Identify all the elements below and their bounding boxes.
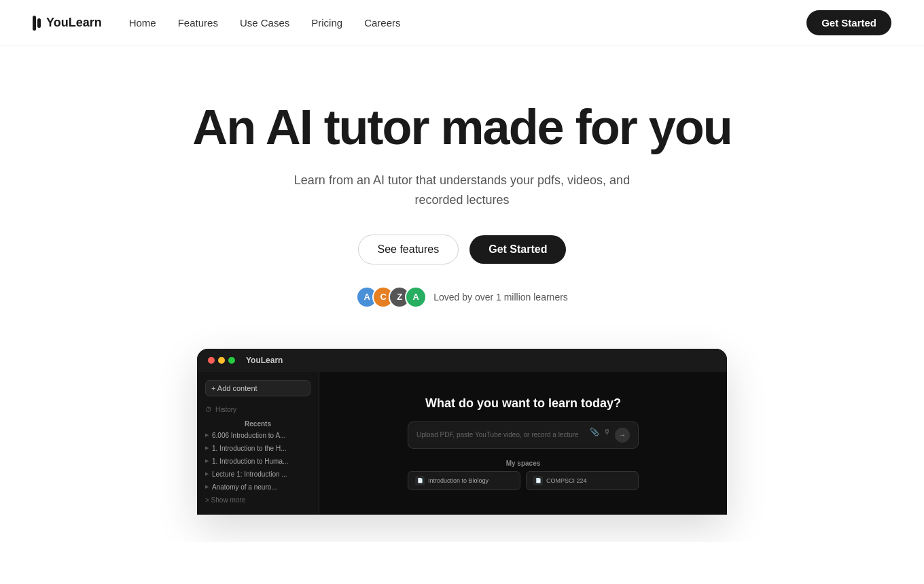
app-spaces-section: My spaces 📄 Introduction to Biology 📄 CO… bbox=[408, 460, 639, 490]
nav-careers[interactable]: Careers bbox=[364, 17, 400, 29]
sidebar-recents-label: Recents bbox=[197, 416, 319, 429]
space-icon-1: 📄 bbox=[415, 476, 425, 485]
nav-home[interactable]: Home bbox=[129, 17, 156, 29]
nav-pricing[interactable]: Pricing bbox=[311, 17, 342, 29]
nav-links: Home Features Use Cases Pricing Careers bbox=[129, 17, 401, 29]
hero-subtitle: Learn from an AI tutor that understands … bbox=[272, 171, 652, 210]
space-card-1[interactable]: 📄 Introduction to Biology bbox=[408, 471, 520, 490]
app-sidebar: + Add content ⏱ History Recents 6.006 In… bbox=[197, 372, 319, 515]
logo-icon bbox=[33, 16, 41, 31]
titlebar-traffic-lights bbox=[208, 357, 235, 364]
avatar-4: A bbox=[405, 286, 427, 308]
hero-get-started-button[interactable]: Get Started bbox=[469, 235, 566, 264]
app-input-icons: 📎 🎙 → bbox=[590, 428, 630, 443]
app-preview-container: YouLearn + Add content ⏱ History Recents… bbox=[16, 349, 908, 515]
app-input-hint: Upload PDF, paste YouTube video, or reco… bbox=[416, 431, 579, 439]
logo-bar-short bbox=[37, 18, 41, 28]
nav-left: YouLearn Home Features Use Cases Pricing… bbox=[33, 16, 400, 31]
see-features-button[interactable]: See features bbox=[358, 235, 459, 264]
spaces-label: My spaces bbox=[408, 460, 639, 467]
paperclip-icon: 📎 bbox=[590, 428, 599, 443]
app-main-prompt: What do you want to learn today? bbox=[425, 396, 621, 411]
space-card-2[interactable]: 📄 COMPSCI 224 bbox=[526, 471, 639, 490]
logo[interactable]: YouLearn bbox=[33, 16, 102, 31]
app-titlebar-logo: YouLearn bbox=[246, 356, 283, 365]
sidebar-history: ⏱ History bbox=[197, 403, 319, 416]
sidebar-item[interactable]: 6.006 Introduction to A... bbox=[197, 429, 319, 442]
logo-text: YouLearn bbox=[46, 16, 102, 30]
sidebar-item[interactable]: 1. Introduction to Huma... bbox=[197, 455, 319, 468]
sidebar-item[interactable]: 1. Introduction to the H... bbox=[197, 442, 319, 455]
social-proof: A C Z A Loved by over 1 million learners bbox=[356, 286, 568, 308]
hero-title: An AI tutor made for you bbox=[192, 101, 731, 154]
nav-use-cases[interactable]: Use Cases bbox=[240, 17, 289, 29]
spaces-row: 📄 Introduction to Biology 📄 COMPSCI 224 bbox=[408, 471, 639, 490]
hero-buttons: See features Get Started bbox=[358, 235, 567, 264]
history-icon: ⏱ bbox=[205, 406, 212, 413]
sidebar-item[interactable]: Lecture 1: Introduction ... bbox=[197, 468, 319, 481]
send-button[interactable]: → bbox=[615, 428, 630, 443]
avatar-group: A C Z A bbox=[356, 286, 427, 308]
nav-features[interactable]: Features bbox=[178, 17, 218, 29]
hero-section: An AI tutor made for you Learn from an A… bbox=[0, 46, 924, 542]
dot-maximize bbox=[228, 357, 235, 364]
dot-close bbox=[208, 357, 215, 364]
app-body: + Add content ⏱ History Recents 6.006 In… bbox=[197, 372, 727, 515]
app-titlebar: YouLearn bbox=[197, 349, 727, 372]
space-icon-2: 📄 bbox=[533, 476, 543, 485]
social-proof-text: Loved by over 1 million learners bbox=[433, 292, 568, 303]
app-preview: YouLearn + Add content ⏱ History Recents… bbox=[197, 349, 727, 515]
sidebar-add-content[interactable]: + Add content bbox=[205, 380, 310, 396]
dot-minimize bbox=[218, 357, 225, 364]
sidebar-item[interactable]: Anatomy of a neuro... bbox=[197, 481, 319, 494]
mic-icon: 🎙 bbox=[603, 428, 611, 443]
app-input-row[interactable]: Upload PDF, paste YouTube video, or reco… bbox=[408, 422, 639, 449]
app-main: What do you want to learn today? Upload … bbox=[319, 372, 727, 515]
navbar: YouLearn Home Features Use Cases Pricing… bbox=[0, 0, 924, 46]
sidebar-show-more[interactable]: > Show more bbox=[197, 494, 319, 506]
nav-get-started-button[interactable]: Get Started bbox=[806, 10, 891, 35]
logo-bar-tall bbox=[33, 16, 36, 31]
